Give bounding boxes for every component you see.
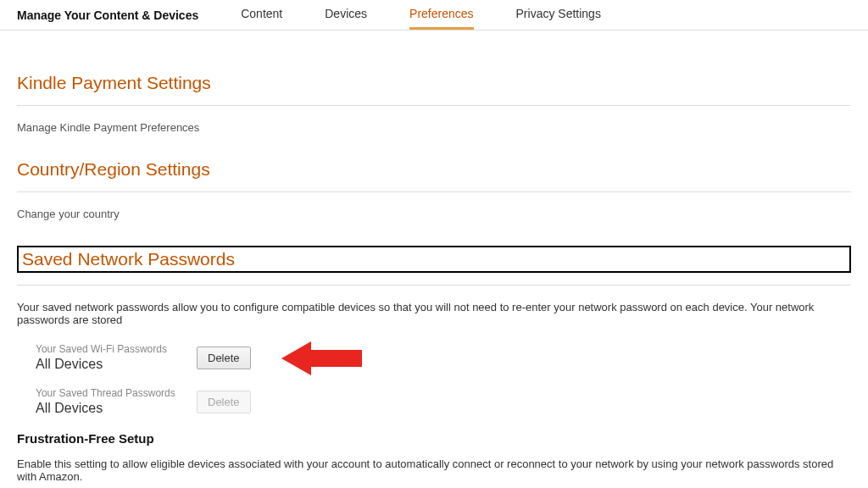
thread-label-small: Your Saved Thread Passwords xyxy=(36,387,197,399)
tab-content[interactable]: Content xyxy=(241,0,282,30)
frustration-free-description: Enable this setting to allow eligible de… xyxy=(17,458,851,483)
frustration-free-heading: Frustration-Free Setup xyxy=(17,431,851,446)
tab-preferences[interactable]: Preferences xyxy=(409,0,473,30)
svg-marker-0 xyxy=(281,341,362,375)
wifi-label-big: All Devices xyxy=(36,357,197,372)
annotation-arrow-icon xyxy=(281,338,366,379)
country-region-link[interactable]: Change your country xyxy=(17,208,851,220)
content-area: Kindle Payment Settings Manage Kindle Pa… xyxy=(0,30,868,488)
saved-network-passwords-title: Saved Network Passwords xyxy=(17,246,851,273)
thread-labels: Your Saved Thread Passwords All Devices xyxy=(36,387,197,416)
wifi-labels: Your Saved Wi-Fi Passwords All Devices xyxy=(36,343,197,372)
kindle-payment-link[interactable]: Manage Kindle Payment Preferences xyxy=(17,121,851,134)
delete-wifi-button[interactable]: Delete xyxy=(197,347,251,369)
thread-passwords-row: Your Saved Thread Passwords All Devices … xyxy=(36,387,851,416)
tabs: Content Devices Preferences Privacy Sett… xyxy=(241,0,601,30)
saved-network-description: Your saved network passwords allow you t… xyxy=(17,301,851,326)
country-region-title: Country/Region Settings xyxy=(17,159,851,180)
divider xyxy=(17,105,851,106)
divider xyxy=(17,285,851,286)
wifi-label-small: Your Saved Wi-Fi Passwords xyxy=(36,343,197,355)
page-title: Manage Your Content & Devices xyxy=(17,8,198,22)
divider xyxy=(17,191,851,192)
wifi-passwords-row: Your Saved Wi-Fi Passwords All Devices D… xyxy=(36,343,851,372)
delete-thread-button: Delete xyxy=(197,391,251,413)
header-nav: Manage Your Content & Devices Content De… xyxy=(0,0,868,30)
thread-label-big: All Devices xyxy=(36,401,197,416)
tab-devices[interactable]: Devices xyxy=(325,0,367,30)
kindle-payment-title: Kindle Payment Settings xyxy=(17,73,851,93)
tab-privacy-settings[interactable]: Privacy Settings xyxy=(516,0,601,30)
